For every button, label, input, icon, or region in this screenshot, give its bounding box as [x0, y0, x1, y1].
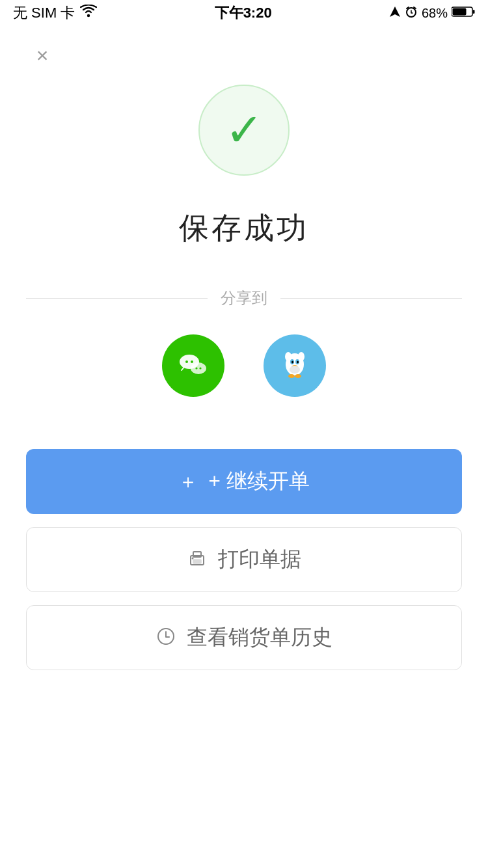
history-label: 查看销货单历史 — [187, 623, 332, 652]
history-icon — [156, 626, 176, 650]
divider-line-right — [280, 298, 462, 299]
battery-percentage: 68% — [422, 6, 448, 21]
print-icon — [187, 548, 208, 572]
svg-point-17 — [291, 361, 293, 364]
share-icons-row — [162, 334, 326, 397]
location-icon — [389, 6, 401, 21]
print-button[interactable]: 打印单据 — [26, 527, 462, 592]
main-content: × ✓ 保存成功 分享到 — [0, 26, 488, 868]
status-left: 无 SIM 卡 — [13, 3, 97, 23]
svg-rect-25 — [193, 560, 201, 563]
svg-point-22 — [295, 374, 301, 378]
svg-point-0 — [87, 14, 90, 17]
svg-point-6 — [191, 362, 206, 374]
divider-line-left — [26, 298, 208, 299]
battery-icon — [452, 6, 475, 21]
success-icon-container: ✓ — [198, 85, 290, 176]
action-buttons: ＋ + 继续开单 打印单据 查看销货单历史 — [26, 449, 462, 670]
no-sim-text: 无 SIM 卡 — [13, 3, 75, 23]
plus-icon: ＋ — [178, 472, 198, 491]
wifi-icon — [80, 5, 97, 21]
close-icon: × — [36, 45, 49, 66]
svg-rect-3 — [472, 10, 474, 14]
svg-point-21 — [288, 374, 295, 378]
history-button[interactable]: 查看销货单历史 — [26, 605, 462, 670]
alarm-icon — [405, 5, 418, 21]
svg-point-20 — [290, 366, 300, 373]
close-button[interactable]: × — [26, 39, 59, 72]
checkmark-icon: ✓ — [225, 107, 264, 153]
qq-share-button[interactable] — [264, 334, 326, 397]
svg-point-7 — [185, 360, 188, 363]
svg-point-8 — [191, 360, 193, 363]
share-label: 分享到 — [208, 288, 280, 308]
svg-point-18 — [297, 361, 299, 364]
success-title: 保存成功 — [179, 208, 309, 249]
continue-order-button[interactable]: ＋ + 继续开单 — [26, 449, 462, 514]
status-right: 68% — [389, 5, 475, 21]
qq-icon — [277, 347, 313, 384]
svg-point-26 — [192, 557, 194, 559]
status-bar: 无 SIM 卡 下午3:20 68% — [0, 0, 488, 26]
svg-point-9 — [195, 367, 197, 369]
continue-order-label: + 继续开单 — [208, 467, 310, 496]
svg-rect-4 — [452, 8, 466, 15]
svg-point-10 — [199, 367, 201, 369]
share-divider: 分享到 — [26, 288, 462, 308]
wechat-icon — [175, 347, 211, 384]
wechat-share-button[interactable] — [162, 334, 224, 397]
print-label: 打印单据 — [218, 545, 301, 574]
status-time: 下午3:20 — [215, 3, 272, 23]
